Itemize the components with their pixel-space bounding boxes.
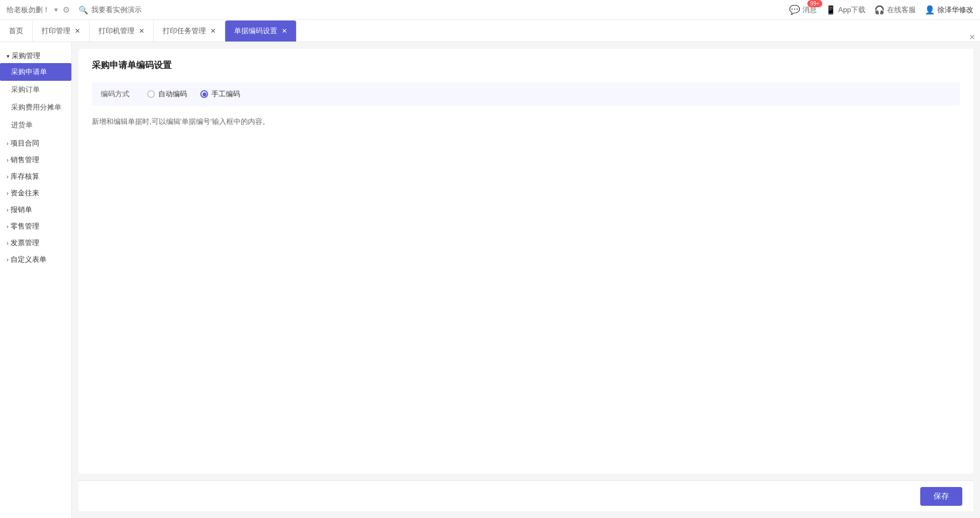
sidebar-group-sales-management-label: 销售管理: [11, 155, 39, 165]
user-profile-button[interactable]: 👤 徐泽华修改: [925, 5, 973, 15]
online-service-label: 在线客服: [887, 5, 916, 15]
tab-bar: 首页 打印管理 ✕ 打印机管理 ✕ 打印任务管理 ✕ 单据编码设置 ✕ ✕: [0, 20, 980, 42]
sidebar-item-purchase-order[interactable]: 采购订单: [0, 81, 71, 99]
chevron-right-icon-3: ›: [7, 174, 8, 180]
sidebar-item-purchase-order-label: 采购订单: [11, 85, 40, 94]
sidebar-group-expense[interactable]: › 报销单: [0, 200, 71, 217]
app-download-label: App下载: [838, 5, 865, 15]
sidebar-item-purchase-cost-label: 采购费用分摊单: [11, 103, 61, 111]
content-area: 采购申请单编码设置 编码方式 自动编码 手工编码 新增和编辑单据时,可以编辑'单…: [72, 42, 980, 518]
username: 徐泽华修改: [937, 5, 973, 15]
tab-print-task-management-close[interactable]: ✕: [210, 27, 216, 35]
chevron-right-icon-2: ›: [7, 157, 8, 163]
sidebar-group-finance[interactable]: › 资金往来: [0, 184, 71, 200]
tab-print-management[interactable]: 打印管理 ✕: [33, 20, 90, 42]
search-text: 我要看实例演示: [91, 5, 142, 15]
tab-print-task-management[interactable]: 打印任务管理 ✕: [154, 20, 225, 42]
close-all-tabs-button[interactable]: ✕: [969, 33, 976, 42]
tab-home-label: 首页: [9, 26, 23, 36]
content-inner: 采购申请单编码设置 编码方式 自动编码 手工编码 新增和编辑单据时,可以编辑'单…: [79, 49, 973, 474]
sidebar: ▾ 采购管理 采购申请单 采购订单 采购费用分摊单 进货单 › 项目合同 › 销…: [0, 42, 72, 518]
sidebar-group-purchase-management[interactable]: ▾ 采购管理: [0, 46, 71, 63]
auto-encode-option[interactable]: 自动编码: [147, 89, 187, 99]
sidebar-item-receive-goods-label: 进货单: [11, 121, 33, 129]
message-badge: 99+: [807, 0, 822, 7]
chevron-right-icon-1: ›: [7, 141, 8, 147]
sidebar-group-inventory[interactable]: › 库存核算: [0, 167, 71, 184]
top-bar-left: 给老板勿删！ ▾ ⚙ 🔍 我要看实例演示: [7, 5, 142, 15]
chevron-down-icon: ▾: [7, 53, 9, 59]
app-download-button[interactable]: 📱 App下载: [826, 5, 865, 15]
chevron-right-icon-8: ›: [7, 257, 8, 263]
sidebar-group-invoice[interactable]: › 发票管理: [0, 234, 71, 250]
sidebar-item-purchase-request[interactable]: 采购申请单: [0, 63, 71, 81]
message-icon: 💬: [789, 4, 800, 15]
auto-encode-radio[interactable]: [147, 90, 155, 98]
chevron-right-icon-5: ›: [7, 207, 8, 213]
sidebar-group-invoice-label: 发票管理: [11, 238, 39, 248]
chevron-right-icon-4: ›: [7, 190, 8, 196]
page-title: 采购申请单编码设置: [92, 60, 960, 71]
tab-printer-management[interactable]: 打印机管理 ✕: [90, 20, 154, 42]
top-bar-right: 💬 消息 99+ 📱 App下载 🎧 在线客服 👤 徐泽华修改: [789, 4, 973, 15]
tab-barcode-settings-close[interactable]: ✕: [282, 27, 287, 35]
tab-print-task-management-label: 打印任务管理: [163, 26, 206, 36]
settings-icon[interactable]: ⚙: [63, 5, 70, 15]
encode-method-label: 编码方式: [101, 89, 129, 99]
sidebar-group-purchase-management-label: 采购管理: [12, 51, 40, 61]
tab-printer-management-close[interactable]: ✕: [139, 27, 144, 35]
avatar-icon: 👤: [925, 5, 935, 15]
app-icon: 📱: [826, 5, 836, 15]
announcement-text: 给老板勿删！: [7, 5, 50, 15]
manual-encode-option[interactable]: 手工编码: [200, 89, 240, 99]
sidebar-group-custom-form-label: 自定义表单: [11, 255, 46, 265]
sidebar-group-project-contract-label: 项目合同: [11, 138, 39, 148]
manual-encode-radio[interactable]: [200, 90, 208, 98]
tab-print-management-close[interactable]: ✕: [75, 27, 80, 35]
headphone-icon: 🎧: [874, 5, 885, 15]
online-service-button[interactable]: 🎧 在线客服: [874, 5, 916, 15]
message-button[interactable]: 💬 消息 99+: [789, 4, 817, 15]
top-bar: 给老板勿删！ ▾ ⚙ 🔍 我要看实例演示 💬 消息 99+ 📱 App下载 🎧 …: [0, 0, 980, 20]
save-button[interactable]: 保存: [920, 487, 962, 506]
dropdown-icon[interactable]: ▾: [54, 6, 58, 14]
sidebar-group-project-contract[interactable]: › 项目合同: [0, 134, 71, 151]
chevron-right-icon-7: ›: [7, 240, 8, 246]
content-footer: 保存: [79, 480, 973, 511]
tab-barcode-settings-label: 单据编码设置: [234, 26, 277, 36]
sidebar-group-custom-form[interactable]: › 自定义表单: [0, 250, 71, 267]
tab-barcode-settings[interactable]: 单据编码设置 ✕: [225, 20, 297, 42]
sidebar-group-retail-label: 零售管理: [11, 221, 39, 231]
tab-home[interactable]: 首页: [0, 20, 33, 42]
search-icon: 🔍: [79, 6, 88, 14]
search-area[interactable]: 🔍 我要看实例演示: [79, 5, 142, 15]
sidebar-group-sales-management[interactable]: › 销售管理: [0, 151, 71, 167]
sidebar-item-purchase-request-label: 采购申请单: [11, 68, 47, 76]
main-layout: ▾ 采购管理 采购申请单 采购订单 采购费用分摊单 进货单 › 项目合同 › 销…: [0, 42, 980, 518]
sidebar-group-inventory-label: 库存核算: [11, 172, 39, 182]
hint-text: 新增和编辑单据时,可以编辑'单据编号'输入框中的内容。: [92, 117, 960, 127]
chevron-right-icon-6: ›: [7, 224, 8, 230]
tab-printer-management-label: 打印机管理: [98, 26, 134, 36]
sidebar-group-finance-label: 资金往来: [11, 188, 39, 198]
tab-print-management-label: 打印管理: [42, 26, 70, 36]
manual-encode-label: 手工编码: [211, 89, 240, 99]
encode-method-row: 编码方式 自动编码 手工编码: [92, 82, 960, 106]
sidebar-group-expense-label: 报销单: [11, 205, 32, 215]
sidebar-item-purchase-cost[interactable]: 采购费用分摊单: [0, 99, 71, 116]
sidebar-group-retail[interactable]: › 零售管理: [0, 217, 71, 234]
auto-encode-label: 自动编码: [158, 89, 187, 99]
sidebar-item-receive-goods[interactable]: 进货单: [0, 116, 71, 134]
